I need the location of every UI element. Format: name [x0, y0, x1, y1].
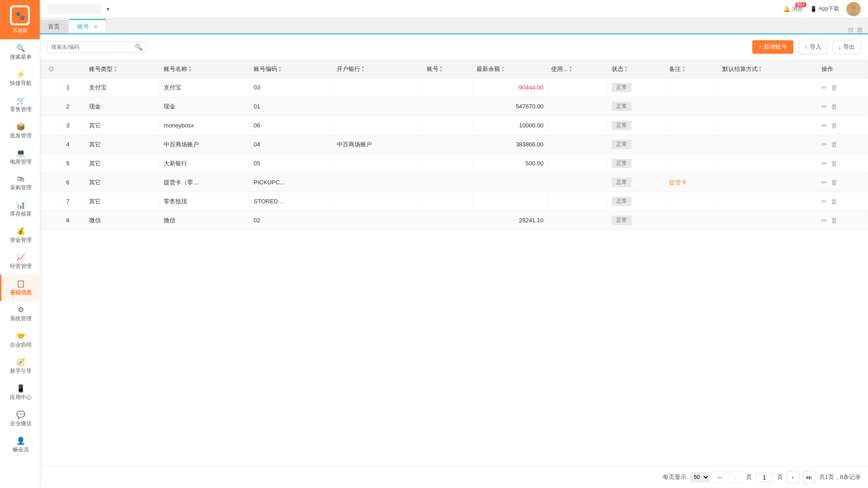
member-icon: 👤	[3, 436, 38, 445]
sidebar-item-wholesale[interactable]: 📦 批发管理	[0, 118, 40, 144]
row-index: 2	[62, 97, 85, 116]
sidebar-item-label: 新手引导	[10, 368, 32, 374]
sidebar-item-search[interactable]: 🔍 搜索菜单	[0, 39, 40, 66]
sidebar-item-operations[interactable]: 📈 经营管理	[0, 249, 40, 275]
row-balance: 500.00	[473, 154, 547, 173]
row-account	[423, 211, 473, 230]
delete-button[interactable]: 🗑	[831, 197, 838, 205]
sidebar-item-enterprise[interactable]: 🤝 企业协同	[0, 327, 40, 353]
col-account[interactable]: 账号 ▲▼	[423, 60, 473, 78]
ecommerce-icon: 💻	[3, 149, 38, 157]
delete-button[interactable]: 🗑	[831, 122, 838, 129]
pagination-last-button[interactable]: ⏭	[803, 471, 816, 483]
col-settings-cell	[40, 116, 62, 135]
col-status[interactable]: 状态 ▲▼	[608, 60, 665, 78]
export-button[interactable]: ↓ 导出	[833, 40, 861, 54]
col-type[interactable]: 账号类型 ▲▼	[85, 60, 160, 78]
delete-button[interactable]: 🗑	[831, 84, 838, 91]
sidebar-item-inventory[interactable]: 📊 库存核算	[0, 196, 40, 222]
delete-button[interactable]: 🗑	[831, 103, 838, 110]
col-code[interactable]: 账号编码 ▲▼	[250, 60, 333, 78]
tab-controls: ⊟ ⊞	[843, 26, 868, 33]
edit-button[interactable]: ✏	[821, 122, 827, 130]
edit-button[interactable]: ✏	[821, 160, 827, 168]
sidebar-item-system[interactable]: ⚙ 系统管理	[0, 301, 40, 327]
pagination-bar: 每页显示 50 ⏮ ‹ 页 页 › ⏭ 共1页，8条记录	[40, 466, 868, 488]
page-size-label: 每页显示	[663, 473, 686, 481]
tab-close-button[interactable]: ✕	[94, 24, 98, 30]
row-remark	[665, 97, 718, 116]
column-settings-icon[interactable]: ⚙	[48, 65, 54, 73]
col-default-settlement[interactable]: 默认结算方式 ▲▼	[718, 60, 818, 78]
header-dropdown[interactable]: ▾	[107, 6, 109, 12]
sidebar: 🐾 乐惠版 🔍 搜索菜单 ⚡ 快捷导航 🛒 零售管理 📦 批发管理 💻 电商管理…	[0, 0, 40, 488]
account-search-input[interactable]	[51, 44, 135, 50]
col-name[interactable]: 账号名称 ▲▼	[160, 60, 250, 78]
sidebar-item-appcenter[interactable]: 📱 应用中心	[0, 380, 40, 406]
total-label: 共1页，8条记录	[819, 473, 861, 481]
import-button[interactable]: ↑ 导入	[799, 40, 827, 54]
sidebar-item-label: 采购管理	[10, 184, 32, 191]
delete-button[interactable]: 🗑	[831, 160, 838, 167]
sidebar-item-label: 经营管理	[10, 263, 32, 269]
page-size-select[interactable]: 50	[690, 472, 710, 482]
app-name: 乐惠版	[13, 27, 28, 34]
row-usage	[547, 78, 608, 97]
sidebar-item-shortcut[interactable]: ⚡ 快捷导航	[0, 66, 40, 92]
pagination-first-button[interactable]: ⏮	[713, 471, 726, 483]
search-icon[interactable]: 🔍	[135, 43, 142, 51]
sidebar-item-label: 库存核算	[10, 211, 32, 217]
edit-button[interactable]: ✏	[821, 141, 827, 149]
app-download-button[interactable]: 📱 App下载	[810, 5, 839, 13]
col-usage[interactable]: 使用... ▲▼	[547, 60, 608, 78]
sidebar-item-guide[interactable]: 🧭 新手引导	[0, 353, 40, 380]
delete-button[interactable]: 🗑	[831, 141, 838, 148]
sidebar-item-label: 基础信息	[10, 289, 32, 296]
sidebar-item-finance[interactable]: 💰 资金管理	[0, 222, 40, 249]
col-remark[interactable]: 备注 ▲▼	[665, 60, 718, 78]
user-avatar[interactable]	[846, 2, 861, 16]
sidebar-item-retail[interactable]: 🛒 零售管理	[0, 92, 40, 118]
sidebar-item-basic[interactable]: 📋 基础信息	[0, 275, 40, 301]
header-search-input[interactable]	[47, 4, 101, 14]
row-balance: 10000.00	[473, 116, 547, 135]
edit-button[interactable]: ✏	[821, 103, 827, 111]
edit-button[interactable]: ✏	[821, 178, 827, 187]
col-default-settlement-label: 默认结算方式	[722, 65, 758, 73]
page-number-input[interactable]	[755, 473, 774, 482]
col-status-label: 状态	[612, 65, 623, 73]
sidebar-item-member[interactable]: 👤 畅会员	[0, 432, 40, 458]
delete-button[interactable]: 🗑	[831, 216, 838, 224]
col-bank-label: 开户银行	[337, 65, 360, 73]
col-settings-cell	[40, 173, 62, 192]
sidebar-item-label: 电商管理	[10, 159, 32, 165]
edit-button[interactable]: ✏	[821, 197, 827, 206]
tab-expand-button[interactable]: ⊞	[857, 26, 863, 33]
messages-badge: 99+	[795, 2, 807, 7]
row-code: 03	[250, 78, 333, 97]
pagination-prev-button[interactable]: ‹	[730, 471, 742, 483]
messages-button[interactable]: 🔔 消息 99+	[783, 5, 803, 13]
col-bank[interactable]: 开户银行 ▲▼	[333, 60, 423, 78]
sidebar-item-ecommerce[interactable]: 💻 电商管理	[0, 144, 40, 170]
delete-button[interactable]: 🗑	[831, 178, 838, 186]
svg-point-3	[851, 5, 856, 10]
row-remark	[665, 192, 718, 211]
tab-home[interactable]: 首页	[40, 20, 68, 33]
row-balance	[473, 192, 547, 211]
sidebar-item-corpwechat[interactable]: 💬 企业微信	[0, 406, 40, 432]
col-settings-cell	[40, 192, 62, 211]
add-account-button[interactable]: + 新增账号	[752, 40, 793, 54]
row-status: 正常	[608, 116, 665, 135]
tab-account[interactable]: 账号 ✕	[69, 19, 106, 33]
row-default-settlement	[718, 192, 818, 211]
edit-button[interactable]: ✏	[821, 216, 827, 225]
tab-minimize-button[interactable]: ⊟	[848, 26, 854, 33]
edit-button[interactable]: ✏	[821, 84, 827, 92]
pagination-next-button[interactable]: ›	[787, 471, 799, 483]
col-balance[interactable]: 最新余额 ▲▼	[473, 60, 547, 78]
phone-icon: 📱	[810, 6, 817, 12]
sidebar-item-purchase[interactable]: 🛍 采购管理	[0, 170, 40, 196]
row-default-settlement	[718, 173, 818, 192]
row-name: 零售抵现	[160, 192, 250, 211]
